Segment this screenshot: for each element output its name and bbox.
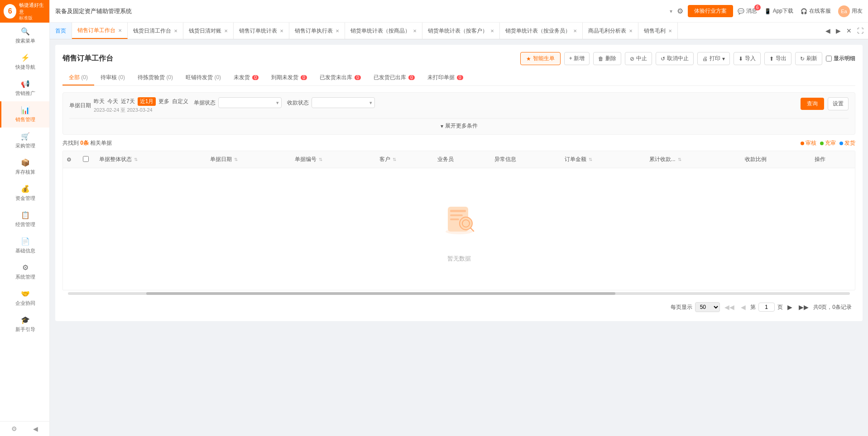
th-exception[interactable]: 异常信息 (491, 151, 561, 168)
sub-tab-not-shipped[interactable]: 未发货 0 (227, 71, 265, 85)
expand-conditions-btn[interactable]: ▾ 展开更多条件 (441, 122, 478, 130)
tab-cash-reconcile[interactable]: 钱货日清对账 ✕ (183, 23, 234, 39)
th-payment-ratio[interactable]: 收款比例 (741, 151, 811, 168)
per-page-select[interactable]: 50 20 100 (695, 302, 720, 312)
revoke-action-btn[interactable]: 充审 (820, 139, 836, 147)
th-order-amount[interactable]: 订单金额 ⇅ (561, 151, 646, 168)
sub-tab-all[interactable]: 全部 (0) (62, 71, 94, 85)
date-opt-7days[interactable]: 近7天 (121, 98, 135, 105)
message-item[interactable]: 💬 消息 6 (738, 7, 757, 15)
th-doc-date[interactable]: 单据日期 ⇅ (206, 151, 291, 168)
th-doc-status[interactable]: 单据整体状态 ⇅ (96, 151, 206, 168)
industry-btn[interactable]: 体验行业方案 (688, 5, 733, 17)
tab-close-icon[interactable]: ✕ (280, 28, 283, 33)
tab-sales-stats[interactable]: 销售订单统计表 ✕ (234, 23, 289, 39)
tab-scroll-left-icon[interactable]: ◀ (824, 26, 832, 35)
sub-tab-expired-not-shipped[interactable]: 到期未发货 0 (265, 71, 313, 85)
sub-tab-pending-inspect[interactable]: 待拣货验货 (0) (131, 71, 179, 85)
th-total-received[interactable]: 累计收款... ⇅ (646, 151, 741, 168)
sidebar-item-basic-info[interactable]: 📄 基础信息 (0, 232, 49, 259)
sidebar-item-search[interactable]: 🔍 搜索菜单 (0, 23, 49, 49)
sidebar-item-cooperation[interactable]: 🤝 企业协同 (0, 285, 49, 311)
th-settings[interactable]: ⚙ (63, 151, 79, 168)
status-select[interactable] (218, 97, 282, 108)
select-all-checkbox[interactable] (83, 156, 89, 162)
collapse-sidebar-icon[interactable]: ◀ (33, 425, 38, 432)
th-salesperson[interactable]: 业务员 (434, 151, 491, 168)
date-opt-more[interactable]: 更多 (158, 98, 169, 105)
scrollbar-thumb[interactable] (146, 292, 615, 295)
sub-tab-not-printed[interactable]: 未打印单据 0 (421, 71, 470, 85)
date-opt-today[interactable]: 今天 (107, 98, 118, 105)
import-btn[interactable]: ⬇ 导入 (734, 52, 761, 65)
date-opt-yesterday[interactable]: 昨天 (94, 98, 105, 105)
tab-close-icon[interactable]: ✕ (174, 28, 177, 33)
tab-scroll-right-icon[interactable]: ▶ (834, 26, 843, 35)
payment-select[interactable] (312, 97, 375, 108)
tab-close-icon[interactable]: ✕ (629, 28, 633, 33)
tab-home[interactable]: 首页 (50, 23, 72, 39)
sidebar-item-marketing[interactable]: 📢 营销推广 (0, 75, 49, 101)
sub-tab-shipped-not-warehoused[interactable]: 已发货未出库 0 (313, 71, 367, 85)
tab-close-icon[interactable]: ✕ (668, 28, 672, 33)
tab-close-icon[interactable]: ✕ (118, 28, 122, 33)
tab-close-all-icon[interactable]: ✕ (844, 26, 854, 35)
tab-close-icon[interactable]: ✕ (490, 28, 494, 33)
tab-sales-exec[interactable]: 销售订单执行表 ✕ (289, 23, 345, 39)
tab-sales-workbench[interactable]: 销售订单工作台 ✕ (72, 23, 128, 39)
query-btn[interactable]: 查询 (801, 98, 824, 110)
filter-settings-btn[interactable]: 设置 (828, 97, 849, 110)
page-first-icon[interactable]: ◀◀ (723, 303, 736, 312)
sidebar-item-inventory[interactable]: 📦 库存核算 (0, 154, 49, 180)
th-doc-number[interactable]: 单据编号 ⇅ (291, 151, 376, 168)
date-opt-1month[interactable]: 近1月 (138, 97, 156, 106)
horizontal-scrollbar[interactable] (68, 292, 850, 295)
th-customer[interactable]: 客户 ⇅ (376, 151, 434, 168)
th-checkbox[interactable] (79, 151, 96, 168)
show-detail-checkbox[interactable] (826, 56, 832, 62)
tab-maximize-icon[interactable]: ⛶ (855, 26, 865, 35)
page-input[interactable] (758, 303, 775, 312)
stop-btn[interactable]: ⊘ 中止 (625, 52, 652, 65)
page-next-icon[interactable]: ▶ (786, 303, 794, 312)
cancel-stop-btn[interactable]: ↺ 取消中止 (656, 52, 694, 65)
tab-close-icon[interactable]: ✕ (336, 28, 339, 33)
show-detail-label[interactable]: 显示明细 (826, 55, 855, 62)
tab-close-icon[interactable]: ✕ (224, 28, 228, 33)
sidebar-item-system[interactable]: ⚙ 系统管理 (0, 259, 49, 285)
settings-bottom-icon[interactable]: ⚙ (11, 425, 17, 432)
tab-close-icon[interactable]: ✕ (573, 28, 577, 33)
tab-sales-customer-stats[interactable]: 销货单统计表（按客户） ✕ (422, 23, 500, 39)
sidebar-item-sales[interactable]: 📊 销售管理 (0, 101, 49, 128)
tab-cash-daily[interactable]: 钱货日清工作台 ✕ (128, 23, 183, 39)
user-item[interactable]: Ea 用友 (838, 5, 863, 17)
sub-tab-pending-audit[interactable]: 待审核 (0) (94, 71, 131, 85)
page-last-icon[interactable]: ▶▶ (797, 303, 810, 312)
audit-action-btn[interactable]: 审核 (801, 139, 816, 147)
smart-order-btn[interactable]: ★ 智能生单 (520, 52, 561, 65)
sidebar-item-purchase[interactable]: 🛒 采购管理 (0, 128, 49, 154)
page-prev-icon[interactable]: ◀ (739, 303, 748, 312)
topbar-settings-icon[interactable]: ⚙ (677, 7, 683, 15)
export-btn[interactable]: ⬆ 导出 (764, 52, 791, 65)
sub-tab-wangpu[interactable]: 旺铺待发货 (0) (179, 71, 227, 85)
print-btn[interactable]: 🖨 打印 ▾ (697, 52, 730, 65)
add-btn[interactable]: + 新增 (564, 52, 590, 65)
tab-sales-staff-stats[interactable]: 销货单统计表（按业务员） ✕ (500, 23, 583, 39)
sidebar-item-quick-nav[interactable]: ⚡ 快捷导航 (0, 49, 49, 75)
delete-btn[interactable]: 🗑 删除 (593, 52, 621, 65)
system-dropdown[interactable]: ▾ (670, 8, 672, 14)
sidebar-item-operations[interactable]: 📋 经营管理 (0, 206, 49, 232)
app-download-item[interactable]: 📱 App下载 (764, 7, 793, 15)
sidebar-item-finance[interactable]: 💰 资金管理 (0, 180, 49, 206)
sub-tab-shipped-warehoused[interactable]: 已发货已出库 0 (367, 71, 421, 85)
refresh-btn[interactable]: ↻ 刷新 (795, 52, 822, 65)
tab-sales-profit[interactable]: 销售毛利 ✕ (638, 23, 678, 39)
tab-close-icon[interactable]: ✕ (413, 28, 417, 33)
tab-sales-goods-stats[interactable]: 销货单统计表（按商品） ✕ (345, 23, 422, 39)
date-opt-custom[interactable]: 自定义 (172, 98, 188, 105)
online-service-item[interactable]: 🎧 在线客服 (801, 7, 831, 15)
ship-action-btn[interactable]: 发货 (839, 139, 855, 147)
sidebar-item-guide[interactable]: 🎓 新手引导 (0, 311, 49, 337)
tab-goods-profit[interactable]: 商品毛利分析表 ✕ (583, 23, 638, 39)
